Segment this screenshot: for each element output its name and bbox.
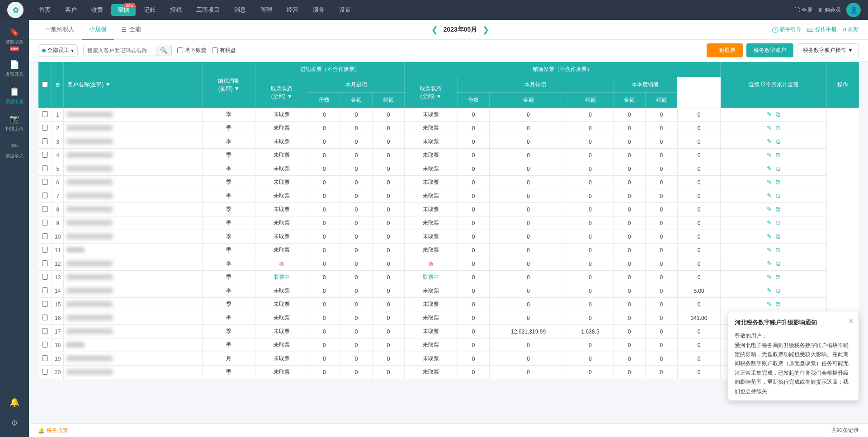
row-checkbox[interactable] [42, 111, 48, 117]
copy-icon[interactable]: ⧉ [776, 273, 780, 281]
nav-commerce[interactable]: 工商项目 [190, 4, 226, 16]
row-checkbox[interactable] [42, 138, 48, 144]
edit-icon[interactable]: ✎ [767, 301, 772, 308]
nav-invoice[interactable]: 票据 new [111, 4, 136, 16]
nav-operation[interactable]: 经营 [280, 4, 305, 16]
row-accumulated: 0 [677, 176, 720, 189]
row-checkbox[interactable] [42, 355, 48, 361]
checkbox-has-taxpad[interactable]: 有税盘 [212, 47, 236, 54]
row-out-status: 未取票 [405, 230, 458, 244]
policy-link[interactable]: 🔔 税务政策 [38, 427, 68, 434]
sidebar-item-config[interactable]: ⚙ [8, 414, 21, 432]
row-checkbox[interactable] [42, 301, 48, 307]
row-quarter-amount: 0 [613, 230, 646, 244]
vip-btn[interactable]: ♛ 购会员 [818, 6, 841, 14]
copy-icon[interactable]: ⧉ [776, 301, 780, 308]
nav-fee[interactable]: 收费 [85, 4, 109, 16]
row-in-amount: 0 [340, 325, 373, 338]
row-checkbox[interactable] [42, 287, 48, 293]
edit-icon[interactable]: ✎ [767, 287, 772, 294]
search-input[interactable] [84, 46, 156, 56]
edit-icon[interactable]: ✎ [767, 138, 772, 145]
nav-message[interactable]: 消息 [228, 4, 252, 16]
copy-icon[interactable]: ⧉ [776, 124, 780, 132]
user-avatar[interactable]: 👤 [846, 3, 861, 17]
checkbox-has-taxpad-input[interactable] [212, 47, 218, 53]
sidebar-item-invoice-open[interactable]: 📄 发票开具 [0, 56, 29, 81]
row-checkbox[interactable] [42, 274, 48, 280]
nav-home[interactable]: 首页 [33, 4, 57, 16]
tax-digital-account-ops-btn[interactable]: 税务数字账户操作 ▼ [797, 43, 859, 57]
row-checkbox[interactable] [42, 165, 48, 171]
checkbox-own-accounts-input[interactable] [177, 47, 183, 53]
tab-all[interactable]: ☰ 全能 [114, 20, 148, 40]
edit-icon[interactable]: ✎ [767, 233, 772, 240]
row-checkbox[interactable] [42, 193, 48, 198]
copy-icon[interactable]: ⧉ [776, 219, 780, 226]
nav-customer[interactable]: 客户 [59, 4, 83, 16]
row-checkbox[interactable] [42, 179, 48, 185]
row-checkbox[interactable] [42, 342, 48, 348]
row-checkbox[interactable] [42, 233, 48, 239]
checkbox-own-accounts[interactable]: 名下账套 [177, 47, 207, 54]
nav-tax[interactable]: 报税 [164, 4, 188, 16]
edit-icon[interactable]: ✎ [767, 192, 772, 199]
copy-icon[interactable]: ⧉ [776, 179, 780, 186]
refresh-btn[interactable]: ↺ 刷新 [842, 26, 859, 33]
edit-icon[interactable]: ✎ [767, 273, 772, 281]
nav-service[interactable]: 服务 [307, 4, 331, 16]
edit-icon[interactable]: ✎ [767, 206, 772, 213]
edit-icon[interactable]: ✎ [767, 124, 772, 132]
copy-icon[interactable]: ⧉ [776, 287, 780, 294]
copy-icon[interactable]: ⧉ [776, 151, 780, 159]
edit-icon[interactable]: ✎ [767, 151, 772, 159]
copy-icon[interactable]: ⧉ [776, 233, 780, 240]
edit-icon[interactable]: ✎ [767, 165, 772, 172]
manual-btn[interactable]: 📖 操作手册 [807, 26, 837, 33]
out-status-label: 未取票 [423, 193, 439, 199]
copy-icon[interactable]: ⧉ [776, 138, 780, 145]
copy-icon[interactable]: ⧉ [776, 111, 780, 118]
edit-icon[interactable]: ✎ [767, 111, 772, 118]
copy-icon[interactable]: ⧉ [776, 206, 780, 213]
employee-filter[interactable]: 全部员工 ▾ [38, 44, 78, 56]
edit-icon[interactable]: ✎ [767, 179, 772, 186]
row-checkbox[interactable] [42, 260, 48, 266]
row-number: 7 [52, 189, 64, 203]
copy-icon[interactable]: ⧉ [776, 165, 780, 172]
row-checkbox[interactable] [42, 315, 48, 320]
row-checkbox[interactable] [42, 152, 48, 158]
copy-icon[interactable]: ⧉ [776, 246, 780, 254]
sidebar-item-invoice-summary[interactable]: 📋 票据汇总 [0, 83, 29, 108]
nav-settings[interactable]: 设置 [333, 4, 357, 16]
sidebar-item-smart-invoice[interactable]: 🔖 智能取票 new [0, 23, 29, 54]
fullscreen-btn[interactable]: ⛶ 全屏 [794, 6, 812, 14]
nav-manage[interactable]: 管理 [254, 4, 278, 16]
sidebar-item-invoice-entry[interactable]: ✏ 票据录入 [0, 137, 29, 163]
new-guide-btn[interactable]: ? 新手引导 [772, 26, 802, 33]
sidebar-item-scan[interactable]: 📷 扫描上传 [0, 110, 29, 136]
edit-icon[interactable]: ✎ [767, 219, 772, 226]
row-checkbox[interactable] [42, 247, 48, 253]
copy-icon[interactable]: ⧉ [776, 192, 780, 199]
row-checkbox[interactable] [42, 369, 48, 375]
row-in-tax: 0 [373, 122, 405, 135]
nav-bookkeeping[interactable]: 记账 [137, 4, 162, 16]
row-checkbox[interactable] [42, 206, 48, 212]
one-click-fetch-btn[interactable]: 一键取票 [707, 43, 743, 57]
tab-small-scale[interactable]: 小规模 [82, 20, 114, 40]
prev-date-btn[interactable]: ❮ [431, 25, 438, 35]
row-checkbox[interactable] [42, 220, 48, 226]
popup-close-btn[interactable]: ✕ [848, 315, 854, 327]
next-date-btn[interactable]: ❯ [482, 25, 489, 35]
row-checkbox[interactable] [42, 125, 48, 131]
select-all-checkbox[interactable] [42, 81, 48, 87]
edit-icon[interactable]: ✎ [767, 260, 772, 267]
copy-icon[interactable]: ⧉ [776, 260, 780, 267]
tax-digital-account-btn[interactable]: 税务数字账户 [746, 43, 793, 57]
sidebar-item-notification[interactable]: 🔔 [8, 394, 21, 411]
tab-general-taxpayer[interactable]: 一般纳税人 [38, 20, 82, 40]
search-button[interactable]: 🔍 [156, 45, 171, 56]
edit-icon[interactable]: ✎ [767, 246, 772, 254]
row-checkbox[interactable] [42, 328, 48, 334]
